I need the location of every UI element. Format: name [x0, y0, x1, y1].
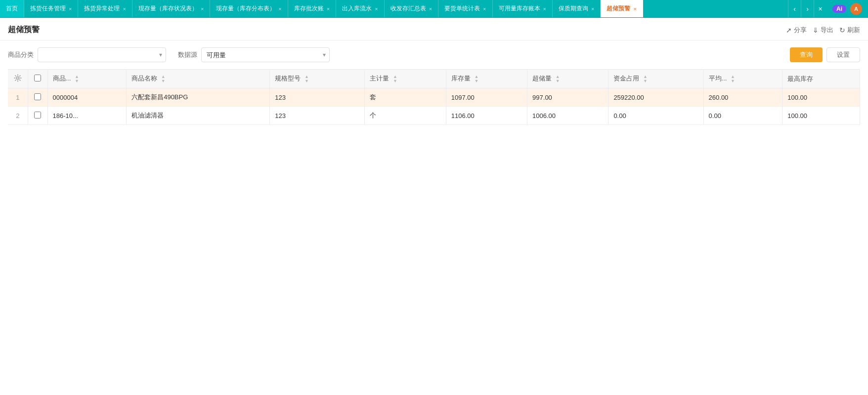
share-icon: ➚ — [786, 26, 792, 34]
col-overstock-qty-header[interactable]: 超储量 ▲▼ — [527, 70, 608, 88]
sort-arrows-unit[interactable]: ▲▼ — [393, 75, 397, 83]
filter-actions: 查询 设置 — [790, 47, 860, 62]
capital-cell: 0.00 — [608, 107, 703, 125]
refresh-action[interactable]: ↻ 刷新 — [839, 26, 860, 35]
nav-next-button[interactable]: › — [801, 0, 814, 17]
page-title: 超储预警 — [8, 25, 40, 35]
filter-bar: 商品分类 ▾ 数据源 可用量 库存量 ▾ 查询 设置 — [0, 40, 868, 69]
sort-arrows-code[interactable]: ▲▼ — [75, 75, 79, 83]
ai-badge[interactable]: Ai — [832, 5, 846, 13]
close-stock-status[interactable]: × — [201, 6, 204, 12]
close-receive-summary[interactable]: × — [429, 6, 432, 12]
nav-stock-dist[interactable]: 现存量（库存分布表） × — [210, 0, 288, 17]
datasource-label: 数据源 — [178, 50, 197, 59]
select-all-checkbox[interactable] — [34, 75, 41, 81]
export-icon: ⇓ — [813, 26, 819, 34]
datasource-select-wrapper: 可用量 库存量 ▾ — [201, 47, 330, 62]
product-name-cell: 机油滤清器 — [127, 107, 270, 125]
close-pick-exception[interactable]: × — [123, 6, 126, 12]
nav-home[interactable]: 首页 — [0, 0, 24, 17]
user-avatar[interactable]: A — [850, 3, 862, 15]
nav-overstock-alert[interactable]: 超储预警 × — [601, 0, 643, 17]
nav-close-all-button[interactable]: × — [814, 0, 826, 17]
category-select[interactable] — [38, 47, 166, 62]
nav-receive-summary[interactable]: 收发存汇总表 × — [385, 0, 438, 17]
datasource-filter: 数据源 可用量 库存量 ▾ — [178, 47, 330, 62]
row-checkbox-cell[interactable] — [28, 107, 47, 125]
query-button[interactable]: 查询 — [790, 47, 823, 62]
overstock-qty-cell: 997.00 — [527, 88, 608, 107]
table-body: 1 0000004 六配套新昌490BPG 123 套 1097.00 997.… — [8, 88, 860, 125]
col-settings[interactable] — [8, 70, 28, 88]
unit-cell: 套 — [365, 88, 446, 107]
nav-pick-exception[interactable]: 拣货异常处理 × — [78, 0, 132, 17]
col-max-stock-header[interactable]: 最高库存 — [782, 70, 860, 88]
col-avg-header[interactable]: 平均... ▲▼ — [703, 70, 782, 88]
top-navigation: 首页 拣货任务管理 × 拣货异常处理 × 现存量（库存状况表） × 现存量（库存… — [0, 0, 868, 18]
col-product-code-header[interactable]: 商品... ▲▼ — [47, 70, 127, 88]
datasource-select[interactable]: 可用量 库存量 — [201, 47, 330, 62]
nav-stock-status[interactable]: 现存量（库存状况表） × — [132, 0, 210, 17]
col-checkbox-header[interactable] — [28, 70, 47, 88]
col-spec-header[interactable]: 规格型号 ▲▼ — [270, 70, 365, 88]
nav-arrows: ‹ › × Ai A — [788, 0, 868, 17]
close-stock-dist[interactable]: × — [278, 6, 281, 12]
spec-cell: 123 — [270, 88, 365, 107]
close-overstock-alert[interactable]: × — [633, 6, 636, 12]
row-number: 2 — [8, 107, 28, 125]
nav-pick-task[interactable]: 拣货任务管理 × — [24, 0, 78, 17]
capital-cell: 259220.00 — [608, 88, 703, 107]
sort-arrows-stock[interactable]: ▲▼ — [474, 75, 478, 83]
refresh-icon: ↻ — [839, 26, 845, 34]
max-stock-cell: 100.00 — [782, 88, 860, 107]
col-product-name-header[interactable]: 商品名称 ▲▼ — [127, 70, 270, 88]
spec-cell: 123 — [270, 107, 365, 125]
col-capital-header[interactable]: 资金占用 ▲▼ — [608, 70, 703, 88]
sort-arrows-overstock[interactable]: ▲▼ — [556, 75, 560, 83]
sort-arrows-spec[interactable]: ▲▼ — [304, 75, 309, 83]
close-batch-account[interactable]: × — [327, 6, 330, 12]
nav-prev-button[interactable]: ‹ — [788, 0, 801, 17]
nav-inout-flow[interactable]: 出入库流水 × — [336, 0, 384, 17]
gear-icon[interactable] — [14, 74, 22, 82]
category-filter: 商品分类 ▾ — [8, 47, 166, 62]
page-header: 超储预警 ➚ 分享 ⇓ 导出 ↻ 刷新 — [0, 18, 868, 40]
sort-arrows-capital[interactable]: ▲▼ — [643, 75, 648, 83]
max-stock-cell: 100.00 — [782, 107, 860, 125]
product-code-cell: 0000004 — [47, 88, 127, 107]
col-stock-qty-header[interactable]: 库存量 ▲▼ — [446, 70, 527, 88]
sort-arrows-avg[interactable]: ▲▼ — [731, 75, 735, 83]
share-action[interactable]: ➚ 分享 — [786, 26, 807, 35]
table-row: 2 186-10... 机油滤清器 123 个 1106.00 1006.00 … — [8, 107, 860, 125]
product-code-cell: 186-10... — [47, 107, 127, 125]
row-checkbox[interactable] — [34, 112, 41, 118]
stock-qty-cell: 1097.00 — [446, 88, 527, 107]
row-checkbox[interactable] — [34, 93, 41, 100]
nav-expiry-query[interactable]: 保质期查询 × — [553, 0, 601, 17]
category-select-wrapper: ▾ — [38, 47, 166, 62]
close-order-stats[interactable]: × — [483, 6, 486, 12]
row-checkbox-cell[interactable] — [28, 88, 47, 107]
close-inout-flow[interactable]: × — [375, 6, 378, 12]
sort-arrows-name[interactable]: ▲▼ — [161, 75, 166, 83]
avg-cell: 260.00 — [703, 88, 782, 107]
close-available-book[interactable]: × — [543, 6, 546, 12]
nav-batch-account[interactable]: 库存批次账 × — [288, 0, 336, 17]
table-wrapper: 商品... ▲▼ 商品名称 ▲▼ 规格型号 ▲▼ 主计量 ▲▼ — [0, 69, 868, 125]
table-header-row: 商品... ▲▼ 商品名称 ▲▼ 规格型号 ▲▼ 主计量 ▲▼ — [8, 70, 860, 88]
col-unit-header[interactable]: 主计量 ▲▼ — [365, 70, 446, 88]
close-pick-task[interactable]: × — [69, 6, 72, 12]
stock-qty-cell: 1106.00 — [446, 107, 527, 125]
settings-button[interactable]: 设置 — [826, 47, 860, 62]
category-label: 商品分类 — [8, 50, 34, 59]
close-expiry-query[interactable]: × — [591, 6, 594, 12]
avg-cell: 0.00 — [703, 107, 782, 125]
table-row: 1 0000004 六配套新昌490BPG 123 套 1097.00 997.… — [8, 88, 860, 107]
nav-order-stats[interactable]: 要货单统计表 × — [438, 0, 492, 17]
unit-cell: 个 — [365, 107, 446, 125]
page-area: 超储预警 ➚ 分享 ⇓ 导出 ↻ 刷新 商品分类 ▾ — [0, 18, 868, 395]
overstock-qty-cell: 1006.00 — [527, 107, 608, 125]
export-action[interactable]: ⇓ 导出 — [813, 26, 833, 35]
row-number: 1 — [8, 88, 28, 107]
nav-available-book[interactable]: 可用量库存账本 × — [493, 0, 553, 17]
